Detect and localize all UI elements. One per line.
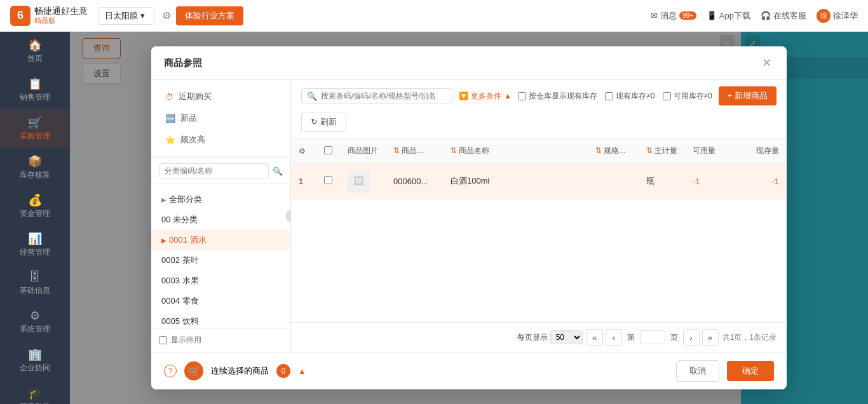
sidebar-item-enterprise[interactable]: 🏢 企业协同 [0,341,70,380]
modal-footer: ? 🛒 连续选择的商品 0 ▲ 取消 确定 [151,352,787,389]
show-disabled-label[interactable]: 显示停用 [171,335,201,346]
sidebar-item-label: 采购管理 [20,131,50,142]
sidebar-item-guide[interactable]: 🎓 新手引导 [0,380,70,404]
sidebar-item-label: 基础信息 [20,285,50,296]
category-item-0004[interactable]: 0004 零食 [151,291,290,311]
prev-page-button[interactable]: ‹ [606,329,622,346]
sidebar-item-sales[interactable]: 📋 销售管理 [0,71,70,109]
selected-count-badge: 0 [276,364,290,378]
col-label: 可用量 [693,146,715,155]
tab-frequent[interactable]: ⭐ 频次高 [159,130,283,150]
category-label: 0005 饮料 [161,316,199,327]
refresh-button[interactable]: ↻ 刷新 [301,112,346,132]
existing-stock-filter-label[interactable]: 现有库存≠0 [605,91,654,102]
sidebar-item-label: 经营管理 [20,247,50,258]
online-service-nav-item[interactable]: 🎧 在线客服 [761,10,806,22]
modal-close-button[interactable]: ✕ [759,55,774,71]
user-profile-nav-item[interactable]: 徐 徐泽华 [817,9,858,23]
sidebar-item-label: 企业协同 [20,363,50,374]
experience-btn[interactable]: 体验行业方案 [176,6,243,25]
page-navigation: « ‹ 第 1 页 › » [587,329,719,346]
row-spec-cell [588,163,639,199]
category-item-all[interactable]: ▶ 全部分类 [151,189,290,210]
category-label: 0002 茶叶 [161,255,199,266]
first-page-button[interactable]: « [587,329,603,346]
settings-gear-icon[interactable]: ⚙ [299,147,306,156]
category-item-0005[interactable]: 0005 饮料 [151,311,290,328]
col-header-avail[interactable]: 可用量 [685,139,736,163]
sidebar-item-system[interactable]: ⚙ 系统管理 [0,302,70,341]
available-stock-filter-label[interactable]: 可用库存≠0 [663,91,712,102]
row-name-cell: 白酒100ml [443,163,588,199]
sidebar-item-finance[interactable]: 💰 资金管理 [0,187,70,226]
row-avail-cell: -1 [685,163,736,199]
table-row[interactable]: 1 🖼 000600... 白酒100ml [291,163,787,199]
category-item-0001[interactable]: ▶ 0001 酒水 [151,230,290,250]
business-icon: 📊 [28,232,42,246]
logo-text: 畅捷通好生意 [34,6,88,17]
product-table-container: ⚙ 商品图片 ⇅ [291,139,787,322]
show-disabled-checkbox[interactable] [159,336,167,344]
row-checkbox-cell[interactable] [316,163,340,199]
sidebar-item-home[interactable]: 🏠 首页 [0,32,70,71]
warehouse-filter-label[interactable]: 按仓库显示现有库存 [518,91,597,102]
confirm-button[interactable]: 确定 [727,361,774,381]
star-icon: ⭐ [165,135,175,145]
tab-new[interactable]: 🆕 新品 [159,108,283,128]
row-code-cell: 000600... [386,163,443,199]
col-header-settings[interactable]: ⚙ [291,139,316,163]
cancel-button[interactable]: 取消 [676,360,719,382]
col-header-checkbox[interactable] [316,139,340,163]
category-item-0003[interactable]: 0003 水果 [151,271,290,291]
page-size-label: 每页显示 [517,332,548,343]
tab-recent[interactable]: ⏱ 近期购买 [159,86,283,107]
sidebar-item-basic[interactable]: 🗄 基础信息 [0,264,70,302]
next-page-button[interactable]: › [683,329,700,346]
more-filters-btn[interactable]: 🔽 更多条件 ▲ [459,91,512,102]
sidebar-item-label: 系统管理 [20,324,50,335]
show-disabled-area: 显示停用 [151,328,290,352]
sidebar-item-label: 首页 [27,53,43,64]
category-search-input[interactable] [159,163,269,178]
company-selector[interactable]: 日太阳膜 ▾ [98,7,154,25]
category-item-0002[interactable]: 0002 茶叶 [151,250,290,271]
add-product-button[interactable]: + 新增商品 [719,86,776,105]
settings-icon[interactable]: ⚙ [162,10,171,22]
search-icon[interactable]: 🔍 [273,166,283,176]
footer-collapse-icon[interactable]: ▲ [298,367,306,376]
finance-icon: 💰 [28,193,42,207]
col-header-spec[interactable]: ⇅ 规格... [588,139,639,163]
warehouse-filter-text: 按仓库显示现有库存 [529,91,597,102]
existing-stock-checkbox[interactable] [605,92,613,100]
sort-icon: ⇅ [393,146,400,155]
col-header-name[interactable]: ⇅ 商品名称 [443,139,588,163]
mobile-icon: 📱 [707,11,717,20]
sort-icon: ⇅ [595,146,602,155]
messages-nav-item[interactable]: ✉ 消息 99+ [651,10,696,22]
warehouse-filter-checkbox[interactable] [518,92,526,100]
messages-badge: 99+ [679,11,696,20]
category-label: 0003 水果 [161,275,199,286]
product-search-input[interactable] [321,91,435,100]
logo-sub: 精品版 [34,16,88,25]
col-header-image: 商品图片 [340,139,386,163]
sidebar-item-purchase[interactable]: 🛒 采购管理 [0,109,70,148]
product-thumbnail: 🖼 [348,170,370,192]
chevron-up-icon: ▲ [504,91,512,100]
row-checkbox[interactable] [324,176,332,184]
col-header-code[interactable]: ⇅ 商品... [386,139,443,163]
page-number-input[interactable]: 1 [640,330,665,344]
tab-new-label: 新品 [180,112,197,124]
last-page-button[interactable]: » [702,329,719,346]
available-stock-checkbox[interactable] [663,92,671,100]
sidebar-item-inventory[interactable]: 📦 库存核算 [0,148,70,187]
page-size-select[interactable]: 50 100 200 [550,330,583,344]
category-item-00[interactable]: 00 未分类 [151,210,290,230]
page-suffix: 页 [670,332,678,343]
app-download-nav-item[interactable]: 📱 App下载 [707,10,750,22]
clock-icon: ⏱ [165,92,173,102]
col-header-unit[interactable]: ⇅ 主计量 [639,139,685,163]
sidebar-item-business[interactable]: 📊 经营管理 [0,226,70,264]
select-all-checkbox[interactable] [324,146,332,154]
help-icon[interactable]: ? [164,365,177,377]
